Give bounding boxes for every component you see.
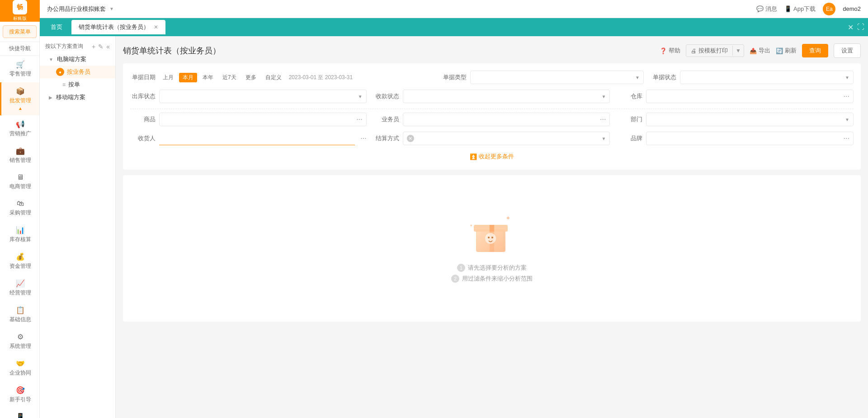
sidebar-item-finance[interactable]: 💰 资金管理 — [0, 248, 39, 275]
collapse-button[interactable]: ⏫ 收起更多条件 — [464, 151, 519, 162]
docstatus-label: 单据状态 — [651, 73, 676, 81]
edit-scheme-button[interactable]: ✎ — [98, 43, 104, 50]
date-tab-custom[interactable]: 自定义 — [262, 73, 285, 82]
docstatus-select[interactable]: ▼ — [680, 71, 854, 84]
collapse-up-icon: ⏫ — [470, 153, 477, 160]
sidebar-item-basic[interactable]: 📋 基础信息 — [0, 301, 39, 328]
sidebar-item-inventory[interactable]: 📊 库存核算 — [0, 221, 39, 248]
sidebar-item-purchase[interactable]: 🛍 采购管理 — [0, 195, 39, 221]
sidebar-item-ecommerce[interactable]: 🖥 电商管理 — [0, 169, 39, 195]
goods-dots-button[interactable]: ··· — [356, 115, 362, 124]
consignee-input[interactable] — [159, 132, 355, 145]
department-label: 部门 — [617, 115, 642, 124]
collapse-panel-button[interactable]: « — [106, 43, 110, 50]
sidebar-item-newbie[interactable]: 🎯 新手引导 — [0, 381, 39, 408]
sidebar-item-sales[interactable]: 💼 销售管理 — [0, 142, 39, 169]
department-arrow-icon: ▼ — [845, 117, 849, 122]
payment-label: 结算方式 — [374, 134, 399, 142]
message-icon: 💬 — [756, 5, 764, 12]
add-scheme-button[interactable]: + — [92, 43, 95, 50]
date-tab-more[interactable]: 更多 — [242, 73, 260, 82]
export-button[interactable]: 📤 导出 — [750, 47, 770, 55]
date-tab-thisyear[interactable]: 本年 — [199, 73, 217, 82]
settings-button[interactable]: 设置 — [834, 43, 861, 58]
docstatus-arrow-icon: ▼ — [845, 75, 849, 80]
salesperson-dots-button[interactable]: ··· — [600, 115, 606, 124]
basic-icon: 📋 — [16, 306, 25, 314]
user-name[interactable]: demo2 — [843, 5, 861, 12]
tree-sub-label-order: 按单 — [68, 81, 80, 89]
warehouse-label: 仓库 — [617, 92, 642, 100]
logo-icon: 畅 — [13, 0, 27, 14]
help-button[interactable]: ❓ 帮助 — [660, 47, 680, 55]
header-left: 办公用品行业模拟账套 ▼ — [47, 5, 114, 13]
print-icon: 🖨 — [691, 48, 697, 54]
brand-input-box: ··· — [646, 132, 854, 145]
filter-row-3: 商品 ··· 业务员 ··· 部门 — [130, 113, 854, 126]
recvstatus-label: 收款状态 — [374, 92, 399, 100]
sidebar-item-marketing[interactable]: 📢 营销推广 — [0, 115, 39, 142]
warehouse-dots-button[interactable]: ··· — [844, 92, 849, 100]
app-title-dropdown-icon[interactable]: ▼ — [109, 6, 114, 11]
print-template-button: 🖨 按模板打印 ▼ — [686, 44, 744, 57]
svg-point-7 — [488, 237, 490, 238]
inventory-icon: 📊 — [16, 226, 25, 234]
print-main[interactable]: 🖨 按模板打印 — [686, 45, 732, 57]
sidebar-logo[interactable]: 畅 标账版 — [0, 0, 40, 22]
date-tab-thismonth[interactable]: 本月 — [179, 73, 197, 82]
tab-maximize-icon[interactable]: ⛶ — [857, 23, 864, 31]
user-avatar[interactable]: Ea — [823, 3, 835, 15]
payment-clear-icon[interactable]: ✕ — [407, 135, 414, 142]
sidebar-item-operation[interactable]: 📈 经营管理 — [0, 275, 39, 301]
consignee-dots-button[interactable]: ··· — [360, 134, 366, 142]
sales-icon: 💼 — [16, 147, 25, 155]
sidebar-item-retail[interactable]: 🛒 零售管理 — [0, 56, 39, 82]
doctype-select[interactable]: ▼ — [470, 71, 644, 84]
filter-item-salesperson: 业务员 ··· — [374, 113, 610, 126]
tab-close-report[interactable]: ✕ — [154, 24, 158, 30]
quick-nav-button[interactable]: 快捷导航 — [0, 42, 39, 56]
header-right: 💬 消息 📱 App下载 Ea demo2 — [756, 3, 861, 15]
brand-dots-button[interactable]: ··· — [844, 134, 849, 142]
date-tab-7days[interactable]: 近7天 — [219, 73, 240, 82]
payment-arrow-icon: ▼ — [601, 136, 606, 141]
tab-home[interactable]: 首页 — [43, 20, 70, 34]
print-dropdown-arrow[interactable]: ▼ — [732, 46, 744, 56]
empty-state-icon: ✦ ✦ — [465, 211, 519, 256]
sidebar-item-enterprise[interactable]: 🤝 企业协同 — [0, 355, 39, 381]
payment-select[interactable]: ✕ ▼ — [403, 132, 610, 145]
app-download-button[interactable]: 📱 App下载 — [784, 5, 816, 13]
left-panel-title: 按以下方案查询 — [45, 43, 83, 50]
tab-report[interactable]: 销货单统计表（按业务员） ✕ — [71, 20, 165, 34]
filter-item-department: 部门 ▼ — [617, 113, 854, 126]
sidebar-item-appstore[interactable]: 📱 应用中心 — [0, 408, 39, 418]
tab-close-all-icon[interactable]: ✕ — [848, 23, 854, 32]
purchase-icon: 🛍 — [17, 200, 24, 208]
query-button[interactable]: 查询 — [802, 44, 828, 57]
sidebar-item-wholesale[interactable]: 📦 批发管理 ▲ — [0, 82, 39, 115]
search-menu-button[interactable]: 搜索菜单 — [3, 25, 37, 38]
date-tab-lastmonth[interactable]: 上月 — [159, 73, 177, 82]
tree-sub-item-salesperson[interactable]: ● 按业务员 — [40, 66, 115, 78]
tree-item-mobile[interactable]: ▶ 移动端方案 — [40, 91, 115, 104]
recvstatus-select[interactable]: ▼ — [403, 90, 610, 103]
date-label: 单据日期 — [130, 73, 156, 81]
newbie-icon: 🎯 — [16, 386, 25, 394]
refresh-button[interactable]: 🔄 刷新 — [776, 47, 797, 55]
sidebar-item-system[interactable]: ⚙ 系统管理 — [0, 328, 39, 355]
filter-row-2: 出库状态 ▼ 收款状态 ▼ 仓库 — [130, 90, 854, 103]
brand-label: 品牌 — [617, 134, 642, 142]
message-button[interactable]: 💬 消息 — [756, 5, 777, 13]
tree-arrow-mobile: ▶ — [49, 95, 52, 100]
collapse-section: ⏫ 收起更多条件 — [130, 151, 854, 162]
outstatus-arrow-icon: ▼ — [358, 94, 363, 99]
empty-illustration: ✦ ✦ — [465, 211, 519, 256]
left-panel-header: 按以下方案查询 + ✎ « — [40, 40, 115, 53]
refresh-icon: 🔄 — [776, 48, 783, 54]
operation-icon: 📈 — [16, 279, 25, 288]
tree-sub-item-order[interactable]: ≡ 按单 — [40, 78, 115, 91]
outstatus-select[interactable]: ▼ — [159, 90, 367, 103]
tree-item-pc[interactable]: ▼ 电脑端方案 — [40, 53, 115, 66]
department-select[interactable]: ▼ — [646, 113, 854, 126]
right-content: 销货单统计表（按业务员） ❓ 帮助 🖨 按模板打印 ▼ — [116, 36, 868, 418]
